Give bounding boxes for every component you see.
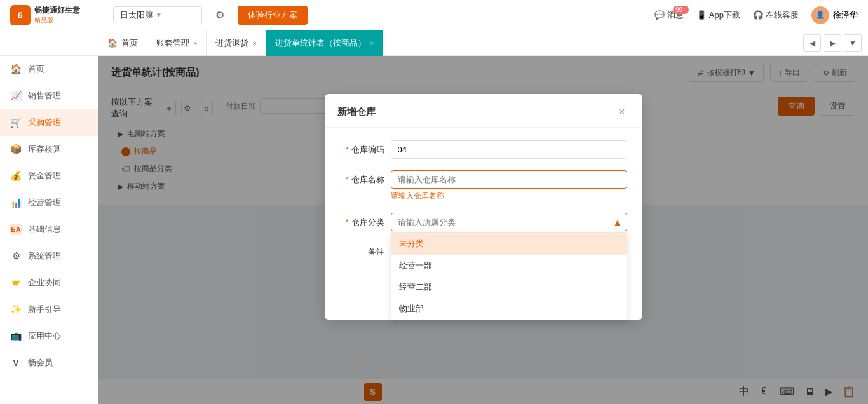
- system-sidebar-icon: ⚙: [10, 250, 22, 262]
- tab-purchase-stats[interactable]: 进货单统计表（按商品） ×: [266, 30, 383, 56]
- online-service-item[interactable]: 🎧 在线客服: [753, 10, 799, 21]
- code-control: [391, 140, 627, 159]
- purchase-sidebar-icon: 🛒: [10, 117, 22, 128]
- dropdown-item-uncategorized[interactable]: 未分类: [391, 233, 627, 255]
- dialog-close-button[interactable]: ×: [614, 104, 630, 119]
- tab-accounts-close[interactable]: ×: [193, 39, 197, 47]
- message-icon: 💬: [654, 10, 665, 20]
- sidebar-item-system[interactable]: ⚙ 系统管理: [0, 243, 98, 269]
- tab-accounts-label: 账套管理: [156, 37, 189, 49]
- app-logo-icon: 6: [10, 5, 31, 25]
- code-row: 仓库编码: [340, 140, 627, 159]
- dialog-overlay: 新增仓库 × 仓库编码 仓库名称: [98, 56, 868, 404]
- settings-button[interactable]: ⚙: [210, 5, 230, 25]
- notification-badge: 99+: [673, 6, 689, 14]
- sidebar-item-operations[interactable]: 📊 经营管理: [0, 189, 98, 216]
- main-layout: 🏠 首页 📈 销售管理 🛒 采购管理 📦 库存核算 💰 资金管理 📊 经营管理 …: [0, 56, 868, 404]
- tab-purchase-stats-label: 进货单统计表（按商品）: [275, 37, 366, 49]
- new-warehouse-dialog: 新增仓库 × 仓库编码 仓库名称: [325, 94, 642, 320]
- logo-badge: 精品版: [34, 16, 80, 25]
- category-label: 仓库分类: [340, 213, 384, 228]
- tab-purchase-return-close[interactable]: ×: [252, 39, 256, 47]
- sidebar-item-finance[interactable]: 💰 资金管理: [0, 163, 98, 189]
- name-input[interactable]: [391, 170, 627, 189]
- sidebar-label-guide: 新手引导: [28, 304, 61, 315]
- user-avatar: 👤: [811, 6, 829, 24]
- tab-accounts[interactable]: 账套管理 ×: [147, 30, 207, 56]
- sidebar-item-collab[interactable]: 🤝 企业协同: [0, 269, 98, 296]
- sidebar-item-apps[interactable]: 📺 应用中心: [0, 323, 98, 349]
- dropdown-item-dept2[interactable]: 经营二部: [391, 276, 627, 298]
- sidebar-item-member[interactable]: V 畅会员: [0, 349, 98, 376]
- finance-sidebar-icon: 💰: [10, 170, 22, 182]
- dialog-title: 新增仓库: [337, 106, 376, 118]
- collab-sidebar-icon: 🤝: [10, 277, 22, 288]
- home-sidebar-icon: 🏠: [10, 64, 22, 75]
- headset-icon: 🎧: [753, 10, 763, 20]
- trial-button[interactable]: 体验行业方案: [238, 6, 308, 25]
- inventory-sidebar-icon: 📦: [10, 144, 22, 155]
- sidebar: 🏠 首页 📈 销售管理 🛒 采购管理 📦 库存核算 💰 资金管理 📊 经营管理 …: [0, 56, 98, 404]
- code-input[interactable]: [391, 140, 627, 159]
- dialog-header: 新增仓库 ×: [325, 94, 642, 128]
- sidebar-label-inventory: 库存核算: [28, 144, 61, 155]
- operations-sidebar-icon: 📊: [10, 197, 22, 208]
- logo-title: 畅捷通好生意: [34, 5, 80, 16]
- category-row: 仓库分类 ▲ 未分类 经营一部 经营二部 物业部: [340, 213, 627, 231]
- store-name: 日太阳膜: [120, 10, 153, 21]
- name-error-msg: 请输入仓库名称: [391, 191, 627, 201]
- category-dropdown: 未分类 经营一部 经营二部 物业部: [391, 232, 627, 320]
- category-dropdown-icon[interactable]: ▲: [613, 217, 622, 227]
- note-label: 备注: [340, 243, 384, 258]
- sidebar-label-apps: 应用中心: [28, 330, 61, 342]
- app-download-label: App下载: [709, 10, 740, 21]
- guide-sidebar-icon: ✨: [10, 304, 22, 315]
- app-download-item[interactable]: 📱 App下载: [696, 10, 740, 21]
- tab-bar: 🏠 首页 账套管理 × 进货退货 × 进货单统计表（按商品） × ◀ ▶ ▼: [0, 30, 868, 56]
- dropdown-item-dept3[interactable]: 物业部: [391, 298, 627, 320]
- code-label: 仓库编码: [340, 140, 384, 156]
- sidebar-item-home[interactable]: 🏠 首页: [0, 56, 98, 83]
- sidebar-item-guide[interactable]: ✨ 新手引导: [0, 296, 98, 323]
- sidebar-item-purchase[interactable]: 🛒 采购管理: [0, 109, 98, 136]
- tab-nav-controls: ◀ ▶ ▼: [803, 34, 868, 52]
- logo-area: 6 畅捷通好生意 精品版: [10, 5, 105, 25]
- sidebar-item-inventory[interactable]: 📦 库存核算: [0, 136, 98, 163]
- sidebar-item-basic-info[interactable]: EA 基础信息: [0, 216, 98, 243]
- store-selector[interactable]: 日太阳膜 ▼: [113, 6, 202, 24]
- apps-sidebar-icon: 📺: [10, 330, 22, 342]
- sidebar-item-sales[interactable]: 📈 销售管理: [0, 83, 98, 109]
- mobile-icon: 📱: [696, 10, 707, 20]
- tab-purchase-return[interactable]: 进货退货 ×: [207, 30, 266, 56]
- tab-home-label: 首页: [121, 37, 138, 49]
- user-info[interactable]: 👤 徐泽华: [811, 6, 858, 24]
- sidebar-label-sales: 销售管理: [28, 90, 61, 102]
- sidebar-label-system: 系统管理: [28, 250, 61, 262]
- notification-item[interactable]: 💬 消息 99+: [654, 10, 684, 21]
- header-right: 💬 消息 99+ 📱 App下载 🎧 在线客服 👤 徐泽华: [654, 6, 858, 24]
- tab-right-arrow[interactable]: ▶: [824, 34, 841, 52]
- sidebar-label-member: 畅会员: [28, 357, 53, 368]
- store-dropdown-arrow: ▼: [156, 11, 162, 18]
- sidebar-label-collab: 企业协同: [28, 277, 61, 288]
- username: 徐泽华: [833, 10, 858, 21]
- name-row: 仓库名称 请输入仓库名称: [340, 170, 627, 201]
- logo-text: 畅捷通好生意 精品版: [34, 5, 80, 25]
- dropdown-item-dept1[interactable]: 经营一部: [391, 255, 627, 276]
- basic-info-sidebar-icon: EA: [10, 224, 22, 235]
- content-area: 进货单统计(按商品) 🖨 按模板打印 ▼ ↑ 导出 ↻ 刷新: [98, 56, 868, 404]
- member-sidebar-icon: V: [10, 357, 22, 368]
- category-control: ▲ 未分类 经营一部 经营二部 物业部: [391, 213, 627, 231]
- tab-purchase-return-label: 进货退货: [215, 37, 248, 49]
- home-icon: 🏠: [107, 38, 118, 48]
- tab-left-arrow[interactable]: ◀: [803, 34, 821, 52]
- sidebar-label-operations: 经营管理: [28, 197, 61, 208]
- category-input[interactable]: [391, 213, 627, 231]
- tab-purchase-stats-close[interactable]: ×: [370, 39, 374, 47]
- name-control: 请输入仓库名称: [391, 170, 627, 201]
- tab-menu-arrow[interactable]: ▼: [844, 34, 862, 52]
- online-service-label: 在线客服: [766, 10, 799, 21]
- sidebar-label-basic-info: 基础信息: [28, 224, 61, 235]
- category-select-wrapper: ▲: [391, 213, 627, 231]
- tab-home[interactable]: 🏠 首页: [98, 30, 147, 56]
